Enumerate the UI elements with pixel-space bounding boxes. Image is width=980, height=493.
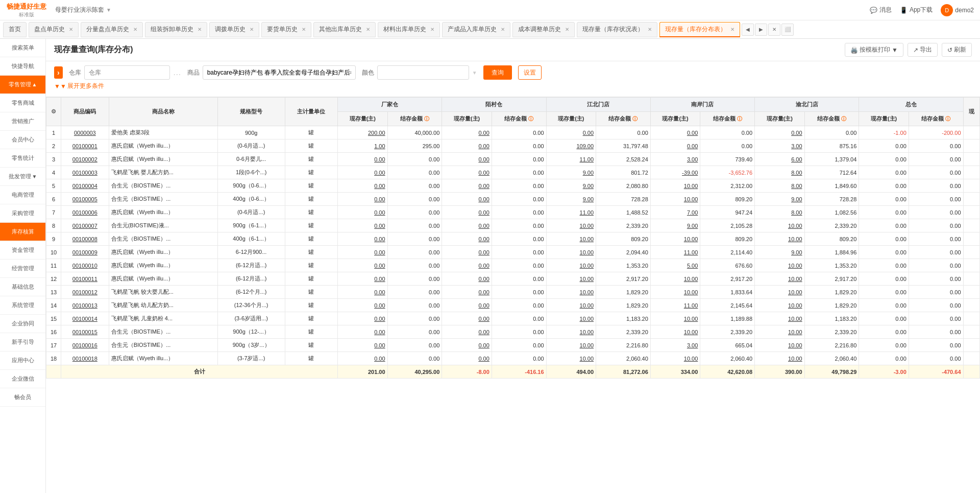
sidebar-item-operation[interactable]: 经营管理	[0, 260, 45, 278]
tab-close-stock-status[interactable]: ✕	[648, 27, 652, 32]
cell-yb-qty: 9.00	[755, 193, 804, 206]
th-factory-warehouse: 厂家仓	[338, 98, 442, 112]
sidebar-item-guide[interactable]: 新手引导	[0, 333, 45, 351]
th-total-amt: 结存金额 ⓘ	[909, 112, 963, 126]
sidebar-item-retail-stats[interactable]: 零售统计	[0, 149, 45, 168]
cell-jb-amt: 1,488.52	[596, 206, 651, 219]
th-yubei-store: 渝北门店	[755, 98, 859, 112]
cell-no: 11	[46, 259, 61, 272]
avatar: D	[941, 4, 953, 16]
tab-close-purchase-order[interactable]: ✕	[302, 27, 306, 32]
tab-close-stocktake[interactable]: ✕	[69, 27, 73, 32]
tab-transfer[interactable]: 调拨单历史✕	[209, 22, 259, 37]
cell-no: 6	[46, 193, 61, 206]
cell-yb-qty: 8.00	[755, 206, 804, 219]
tab-close-stock-dist[interactable]: ✕	[730, 27, 734, 32]
cell-factory-qty: 0.00	[338, 325, 387, 339]
cell-name: 惠氏启赋（Wyeth illu...）	[109, 139, 217, 153]
color-input[interactable]	[377, 65, 469, 80]
sidebar-item-app-center[interactable]: 应用中心	[0, 351, 45, 370]
th-settings[interactable]: ⚙	[46, 98, 61, 126]
warehouse-ellipsis[interactable]: …	[173, 68, 181, 77]
tab-home[interactable]: 首页	[3, 22, 27, 37]
industry-selector[interactable]: 母婴行业演示陈套 ▼	[55, 6, 111, 14]
tab-stock-dist[interactable]: 现存量（库存分布表）✕	[659, 22, 740, 37]
export-btn[interactable]: ↗ 导出	[908, 43, 938, 57]
tab-material-out[interactable]: 材料出库单历史✕	[378, 22, 440, 37]
cell-no: 1	[46, 126, 61, 139]
sidebar-item-retail-shop[interactable]: 零售商城	[0, 94, 45, 112]
print-arrow-icon: ▼	[892, 46, 898, 54]
setting-btn[interactable]: 设置	[518, 65, 542, 80]
cell-unit: 罐	[285, 339, 337, 352]
sidebar-item-finance[interactable]: 资金管理	[0, 241, 45, 260]
th-yb-amt: 结存金额 ⓘ	[804, 112, 859, 126]
sidebar-item-wholesale[interactable]: 批发管理 ▼	[0, 168, 45, 186]
page-title: 现存量查询(库存分布)	[54, 44, 133, 55]
tab-purchase-order[interactable]: 要货单历史✕	[261, 22, 311, 37]
cell-unit: 罐	[285, 153, 337, 166]
tab-close-transfer[interactable]: ✕	[250, 27, 254, 32]
cell-total-qty: 0.00	[859, 232, 909, 246]
cell-code: 00100002	[61, 153, 109, 166]
tab-cost-adjust[interactable]: 成本调整单历史✕	[512, 22, 575, 37]
refresh-btn[interactable]: ↺ 刷新	[942, 43, 972, 57]
cell-mocun-amt: 0.00	[492, 166, 546, 179]
tab-bundle[interactable]: 组装拆卸单历史✕	[145, 22, 207, 37]
expand-more-btn[interactable]: ▼▼ 展开更多条件	[54, 82, 104, 90]
cell-total-qty: 0.00	[859, 286, 909, 299]
table-area[interactable]: ⚙ 商品编码 商品名称 规格型号 主计量单位 厂家仓 陌村仓 江北门店 南岸门店…	[46, 97, 980, 493]
print-btn[interactable]: 🖨️ 按模板打印 ▼	[845, 43, 903, 57]
sidebar-item-marketing[interactable]: 营销推广	[0, 112, 45, 131]
sidebar-item-corp-wechat[interactable]: 企业微信	[0, 370, 45, 388]
sidebar-item-inventory[interactable]: 库存核算	[0, 223, 45, 241]
color-dropdown-icon[interactable]: ▼	[472, 70, 477, 76]
tab-stock-status[interactable]: 现存量（库存状况表）✕	[577, 22, 657, 37]
cell-factory-qty: 0.00	[338, 339, 387, 352]
tab-close-all-btn[interactable]: ✕	[768, 24, 780, 36]
tab-close-other-out[interactable]: ✕	[366, 27, 370, 32]
sidebar-item-basic[interactable]: 基础信息	[0, 278, 45, 296]
cell-no: 4	[46, 166, 61, 179]
summary-no	[46, 365, 61, 379]
app-icon: 📱	[900, 7, 908, 14]
sidebar-item-search[interactable]: 搜索英单	[0, 39, 45, 57]
app-download-btn[interactable]: 📱 App下载	[900, 6, 933, 14]
tab-split-stocktake[interactable]: 分量盘点单历史✕	[81, 22, 143, 37]
cell-yb-qty: 10.00	[755, 299, 804, 312]
sidebar-item-corp[interactable]: 企业协同	[0, 315, 45, 333]
sidebar-item-purchase[interactable]: 采购管理	[0, 204, 45, 223]
tab-product-in[interactable]: 产成品入库单历史✕	[442, 22, 510, 37]
tab-close-split-stocktake[interactable]: ✕	[133, 27, 137, 32]
sidebar-item-nav[interactable]: 快捷导航	[0, 57, 45, 76]
tab-next-btn[interactable]: ▶	[755, 24, 767, 36]
cell-jb-qty: 10.00	[546, 339, 596, 352]
cell-yb-qty: 0.00	[755, 126, 804, 139]
tab-close-material-out[interactable]: ✕	[430, 27, 434, 32]
settings-icon[interactable]: ⚙	[48, 107, 59, 117]
cell-yb-amt: 1,884.96	[804, 246, 859, 259]
sidebar-item-member[interactable]: 会员中心	[0, 131, 45, 149]
cell-jb-qty: 10.00	[546, 325, 596, 339]
tab-prev-btn[interactable]: ◀	[742, 24, 754, 36]
tab-stocktake[interactable]: 盘点单历史✕	[29, 22, 79, 37]
user-avatar[interactable]: D demo2	[941, 4, 974, 16]
message-btn[interactable]: 💬 消息	[870, 6, 892, 14]
sidebar-item-vip[interactable]: 畅会员	[0, 388, 45, 407]
sidebar-item-system[interactable]: 系统管理	[0, 296, 45, 315]
goods-input[interactable]	[203, 65, 356, 80]
cell-mocun-qty: 0.00	[442, 259, 492, 272]
sidebar-item-retail[interactable]: 零售管理 ▲	[0, 76, 45, 94]
warehouse-input[interactable]	[84, 65, 170, 80]
tab-other-out[interactable]: 其他出库单历史✕	[313, 22, 376, 37]
tab-close-cost-adjust[interactable]: ✕	[565, 27, 569, 32]
tab-maximize-btn[interactable]: ⬜	[781, 24, 794, 36]
query-btn[interactable]: 查询	[483, 65, 512, 80]
cell-no: 16	[46, 325, 61, 339]
cell-na-qty: 11.00	[650, 299, 700, 312]
cell-factory-amt: 0.00	[387, 193, 442, 206]
sidebar-item-ecommerce[interactable]: 电商管理	[0, 186, 45, 204]
tab-close-product-in[interactable]: ✕	[501, 27, 505, 32]
tab-close-bundle[interactable]: ✕	[198, 27, 202, 32]
filter-toggle-btn[interactable]: ›	[54, 66, 63, 79]
